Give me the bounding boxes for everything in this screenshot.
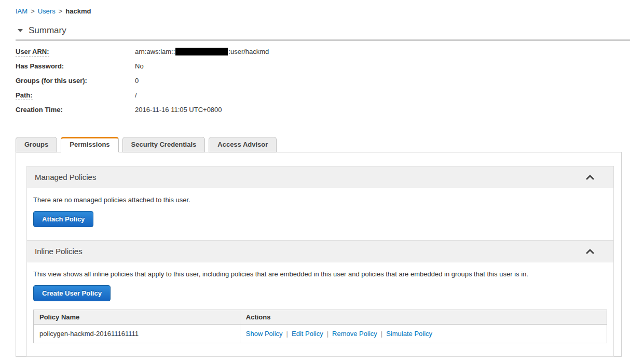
edit-policy-link[interactable]: Edit Policy bbox=[292, 330, 323, 338]
chevron-up-icon[interactable] bbox=[586, 175, 594, 180]
summary-section-toggle[interactable]: Summary bbox=[16, 25, 622, 36]
tab-security-credentials[interactable]: Security Credentials bbox=[122, 137, 206, 152]
tab-strip: Groups Permissions Security Credentials … bbox=[16, 137, 622, 152]
tab-groups[interactable]: Groups bbox=[16, 137, 57, 152]
table-header-row: Policy Name Actions bbox=[34, 310, 607, 325]
simulate-policy-link[interactable]: Simulate Policy bbox=[386, 330, 432, 338]
managed-policies-body: There are no managed policies attached t… bbox=[27, 188, 613, 240]
managed-policies-empty-message: There are no managed policies attached t… bbox=[33, 196, 607, 204]
table-row: policygen-hackmd-201611161111 Show Polic… bbox=[34, 325, 607, 343]
triangle-down-icon bbox=[18, 29, 23, 32]
managed-policies-section: Managed Policies There are no managed po… bbox=[27, 166, 613, 240]
column-header-actions: Actions bbox=[240, 310, 607, 325]
field-row-has-password: Has Password: No bbox=[16, 62, 622, 77]
breadcrumb: IAM>Users>hackmd bbox=[16, 7, 622, 15]
tab-access-advisor[interactable]: Access Advisor bbox=[209, 137, 277, 152]
field-label: Groups (for this user): bbox=[16, 77, 135, 85]
permissions-tab-content: Managed Policies There are no managed po… bbox=[16, 152, 622, 357]
inline-policies-description: This view shows all inline policies that… bbox=[33, 270, 607, 278]
field-label: Path: bbox=[16, 91, 135, 99]
breadcrumb-link-iam[interactable]: IAM bbox=[16, 7, 28, 15]
inline-policies-header[interactable]: Inline Policies bbox=[27, 240, 613, 262]
remove-policy-link[interactable]: Remove Policy bbox=[332, 330, 377, 338]
managed-policies-title: Managed Policies bbox=[35, 173, 96, 181]
create-user-policy-button[interactable]: Create User Policy bbox=[33, 285, 111, 301]
redacted-account-id bbox=[175, 48, 228, 55]
path-value: / bbox=[135, 91, 137, 99]
inline-policies-table: Policy Name Actions policygen-hackmd-201… bbox=[33, 310, 607, 343]
field-label: Creation Time: bbox=[16, 106, 135, 114]
breadcrumb-separator: > bbox=[31, 7, 35, 15]
inline-policies-body: This view shows all inline policies that… bbox=[27, 262, 613, 356]
field-row-path: Path: / bbox=[16, 91, 622, 106]
user-arn-value: arn:aws:iam:::user/hackmd bbox=[135, 48, 269, 55]
field-label: Has Password: bbox=[16, 62, 135, 70]
tab-permissions[interactable]: Permissions bbox=[61, 137, 118, 152]
summary-fields: User ARN: arn:aws:iam:::user/hackmd Has … bbox=[16, 48, 622, 120]
column-header-policy-name: Policy Name bbox=[34, 310, 240, 325]
inline-policies-title: Inline Policies bbox=[35, 247, 83, 256]
attach-policy-button[interactable]: Attach Policy bbox=[33, 211, 93, 227]
policy-actions-cell: Show Policy|Edit Policy|Remove Policy|Si… bbox=[240, 325, 607, 343]
field-label: User ARN: bbox=[16, 48, 135, 55]
field-row-user-arn: User ARN: arn:aws:iam:::user/hackmd bbox=[16, 48, 622, 62]
breadcrumb-link-users[interactable]: Users bbox=[38, 7, 56, 15]
chevron-up-icon[interactable] bbox=[586, 249, 594, 254]
actions-separator: | bbox=[286, 330, 288, 338]
show-policy-link[interactable]: Show Policy bbox=[246, 330, 283, 338]
policy-name-cell: policygen-hackmd-201611161111 bbox=[34, 325, 240, 343]
field-row-groups: Groups (for this user): 0 bbox=[16, 77, 622, 91]
actions-separator: | bbox=[327, 330, 328, 338]
inline-policies-section: Inline Policies This view shows all inli… bbox=[27, 240, 613, 356]
summary-title: Summary bbox=[29, 25, 66, 36]
policies-panel-group: Managed Policies There are no managed po… bbox=[26, 166, 614, 357]
actions-separator: | bbox=[381, 330, 382, 338]
has-password-value: No bbox=[135, 62, 144, 70]
groups-count-value: 0 bbox=[135, 77, 139, 85]
breadcrumb-current-user: hackmd bbox=[65, 7, 91, 15]
creation-time-value: 2016-11-16 11:05 UTC+0800 bbox=[135, 106, 222, 114]
iam-user-detail-page: IAM>Users>hackmd Summary User ARN: arn:a… bbox=[0, 0, 630, 357]
breadcrumb-separator: > bbox=[59, 7, 63, 15]
field-row-creation-time: Creation Time: 2016-11-16 11:05 UTC+0800 bbox=[16, 106, 622, 120]
summary-divider bbox=[16, 39, 630, 41]
managed-policies-header[interactable]: Managed Policies bbox=[27, 166, 613, 188]
